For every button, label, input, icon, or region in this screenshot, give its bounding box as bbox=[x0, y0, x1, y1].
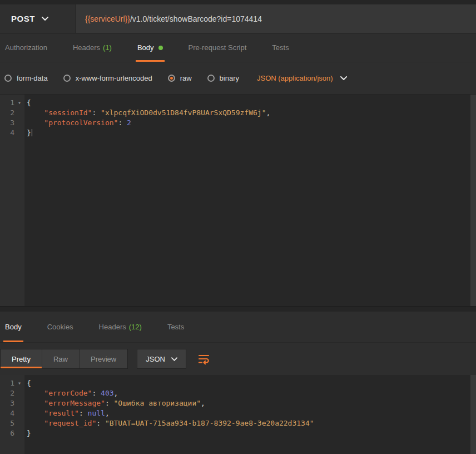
code-token bbox=[27, 409, 44, 417]
request-url-bar: POST {{serviceUrl}}/v1.0/ticket/showBarc… bbox=[0, 4, 476, 33]
pretty-button[interactable]: Pretty bbox=[1, 349, 42, 368]
code-token: null bbox=[88, 409, 105, 417]
text-cursor bbox=[32, 129, 32, 136]
radio-label: form-data bbox=[17, 74, 48, 82]
code-line: 3 "errorMessage": "Ошибка авторизации", bbox=[0, 398, 476, 408]
code-token bbox=[27, 108, 44, 117]
gutter-spacer bbox=[14, 398, 24, 408]
code-token: "protocolVersion" bbox=[44, 119, 118, 127]
button-label: Preview bbox=[91, 355, 116, 363]
tab-tests[interactable]: Tests bbox=[270, 33, 290, 62]
code-line: 1▾{ bbox=[0, 98, 476, 108]
gutter-spacer bbox=[14, 108, 24, 118]
radio-form-data[interactable]: form-data bbox=[4, 74, 48, 82]
tab-label: Tests bbox=[167, 323, 184, 331]
active-tab-underline bbox=[3, 340, 23, 342]
method-label: POST bbox=[11, 14, 35, 23]
radio-x-www-form-urlencoded[interactable]: x-www-form-urlencoded bbox=[63, 74, 152, 82]
code-line: 4} bbox=[0, 128, 476, 138]
line-number: 6 bbox=[0, 428, 14, 438]
fold-arrow-icon[interactable]: ▾ bbox=[14, 98, 24, 108]
tab-label: Body bbox=[5, 323, 22, 331]
code-line: 6} bbox=[0, 428, 476, 438]
response-body-viewer[interactable]: 1▾{2 "errorCode": 403,3 "errorMessage": … bbox=[0, 375, 476, 454]
section-divider bbox=[0, 306, 476, 312]
response-code: 1▾{2 "errorCode": 403,3 "errorMessage": … bbox=[0, 378, 476, 438]
code-token: "errorMessage" bbox=[44, 399, 105, 407]
code-line: 2 "errorCode": 403, bbox=[0, 388, 476, 398]
tab-label: Authorization bbox=[5, 43, 47, 52]
body-type-row: form-data x-www-form-urlencoded raw bina… bbox=[0, 62, 476, 95]
tab-cookies[interactable]: Cookies bbox=[46, 312, 75, 342]
tab-body[interactable]: Body bbox=[136, 33, 165, 62]
gutter-spacer bbox=[14, 428, 24, 438]
raw-button[interactable]: Raw bbox=[42, 349, 80, 368]
active-tab-underline bbox=[1, 367, 42, 368]
line-number: 3 bbox=[0, 398, 14, 408]
content-type-label: JSON (application/json) bbox=[257, 74, 333, 82]
gutter-spacer bbox=[14, 388, 24, 398]
code-token: "result" bbox=[44, 409, 79, 417]
tab-response-body[interactable]: Body bbox=[3, 312, 23, 342]
radio-binary[interactable]: binary bbox=[207, 74, 239, 82]
code-token: "xlpcqfXiOD0dv51D84fvP8UArSxQD59zfW6j" bbox=[101, 108, 266, 117]
tab-response-headers[interactable]: Headers(12) bbox=[97, 312, 143, 342]
code-token: 403 bbox=[101, 389, 113, 397]
code-token: "Ошибка авторизации" bbox=[114, 399, 201, 407]
code-token bbox=[27, 419, 44, 427]
code-line: 4 "result": null, bbox=[0, 408, 476, 418]
gutter-spacer bbox=[14, 128, 24, 138]
response-toolbar: Pretty Raw Preview JSON bbox=[0, 343, 476, 375]
tab-count: (12) bbox=[129, 323, 142, 331]
code-token: { bbox=[27, 379, 31, 387]
code-line: 3 "protocolVersion": 2 bbox=[0, 118, 476, 128]
gutter-spacer bbox=[14, 408, 24, 418]
tab-label: Headers bbox=[73, 43, 100, 52]
request-body-editor[interactable]: 1▾{2 "sessionId": "xlpcqfXiOD0dv51D84fvP… bbox=[0, 95, 476, 306]
code-token: "errorCode" bbox=[44, 389, 92, 397]
tab-response-tests[interactable]: Tests bbox=[166, 312, 186, 342]
postman-app: POST {{serviceUrl}}/v1.0/ticket/showBarc… bbox=[0, 0, 476, 454]
code-token: : bbox=[92, 108, 101, 117]
chevron-down-icon bbox=[171, 357, 177, 361]
url-input[interactable]: {{serviceUrl}}/v1.0/ticket/showBarcode?i… bbox=[76, 4, 476, 33]
code-token: : bbox=[118, 119, 127, 127]
tab-pre-request-script[interactable]: Pre-request Script bbox=[187, 33, 249, 62]
radio-icon bbox=[4, 75, 12, 82]
code-token: : bbox=[79, 409, 88, 417]
line-number: 1 bbox=[0, 378, 14, 388]
view-mode-switch: Pretty Raw Preview bbox=[0, 349, 128, 369]
code-token bbox=[27, 389, 44, 397]
line-number: 4 bbox=[0, 128, 14, 138]
code-token: : bbox=[92, 389, 101, 397]
code-token: , bbox=[114, 389, 118, 397]
code-token: } bbox=[27, 429, 31, 437]
code-line: 5 "request_id": "BTUAT=UAT-715aa934-b187… bbox=[0, 418, 476, 428]
scrollbar[interactable] bbox=[470, 375, 476, 454]
button-label: Raw bbox=[53, 355, 68, 363]
radio-label: binary bbox=[220, 74, 239, 82]
preview-button[interactable]: Preview bbox=[80, 349, 127, 368]
radio-selected-icon bbox=[168, 75, 175, 82]
scrollbar[interactable] bbox=[470, 95, 476, 306]
response-format-dropdown[interactable]: JSON bbox=[137, 349, 186, 369]
line-number: 1 bbox=[0, 98, 14, 108]
wrap-text-button[interactable] bbox=[196, 352, 212, 366]
code-line: 1▾{ bbox=[0, 378, 476, 388]
method-dropdown[interactable]: POST bbox=[0, 4, 76, 33]
tab-authorization[interactable]: Authorization bbox=[3, 33, 49, 62]
wrap-text-icon bbox=[197, 353, 211, 365]
code-token: : bbox=[105, 399, 114, 407]
gutter-spacer bbox=[14, 418, 24, 428]
request-code: 1▾{2 "sessionId": "xlpcqfXiOD0dv51D84fvP… bbox=[0, 98, 476, 138]
line-number: 4 bbox=[0, 408, 14, 418]
fold-arrow-icon[interactable]: ▾ bbox=[14, 378, 24, 388]
green-dot-icon bbox=[158, 46, 163, 50]
content-type-dropdown[interactable]: JSON (application/json) bbox=[257, 74, 347, 82]
request-tabs: Authorization Headers(1) Body Pre-reques… bbox=[0, 33, 476, 62]
top-strip bbox=[0, 0, 476, 4]
line-number: 5 bbox=[0, 418, 14, 428]
radio-raw[interactable]: raw bbox=[168, 74, 192, 82]
tab-count: (1) bbox=[103, 43, 112, 52]
tab-headers[interactable]: Headers(1) bbox=[71, 33, 113, 62]
